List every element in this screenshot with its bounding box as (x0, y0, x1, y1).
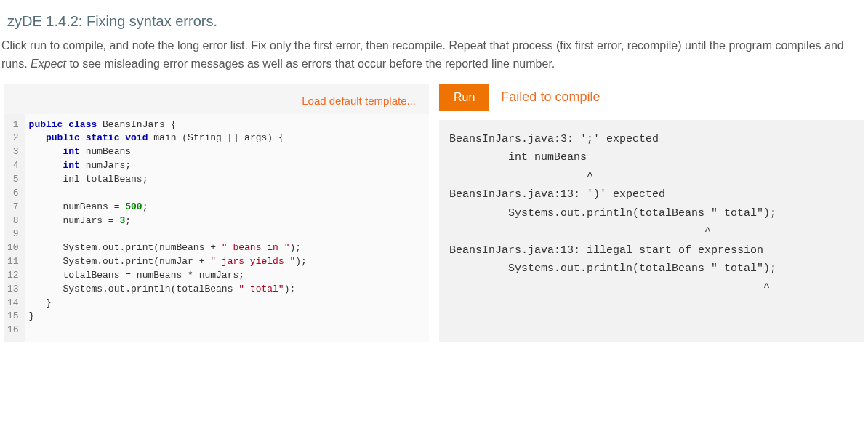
instructions-after: to see misleading error messages as well… (66, 57, 555, 70)
run-bar: Run Failed to compile (439, 84, 864, 120)
run-button[interactable]: Run (439, 84, 489, 111)
output-panel: Run Failed to compile BeansInJars.java:3… (439, 84, 864, 342)
code-area[interactable]: public class BeansInJars { public static… (25, 114, 429, 342)
code-editor[interactable]: 1 2 3 4 5 6 7 8 9 10 11 12 13 14 15 16 p… (4, 114, 429, 342)
line-gutter: 1 2 3 4 5 6 7 8 9 10 11 12 13 14 15 16 (4, 114, 25, 342)
instructions-em: Expect (31, 57, 66, 70)
page-title: zyDE 1.4.2: Fixing syntax errors. (0, 0, 868, 37)
editor-panel: Load default template... 1 2 3 4 5 6 7 8… (4, 84, 429, 342)
load-template-button[interactable]: Load default template... (302, 95, 416, 107)
instructions-text: Click run to compile, and note the long … (0, 37, 868, 84)
compiler-output[interactable]: BeansInJars.java:3: ';' expected int num… (439, 120, 864, 342)
compile-status: Failed to compile (501, 89, 600, 105)
main-area: Load default template... 1 2 3 4 5 6 7 8… (0, 84, 868, 350)
editor-toolbar: Load default template... (4, 84, 429, 114)
